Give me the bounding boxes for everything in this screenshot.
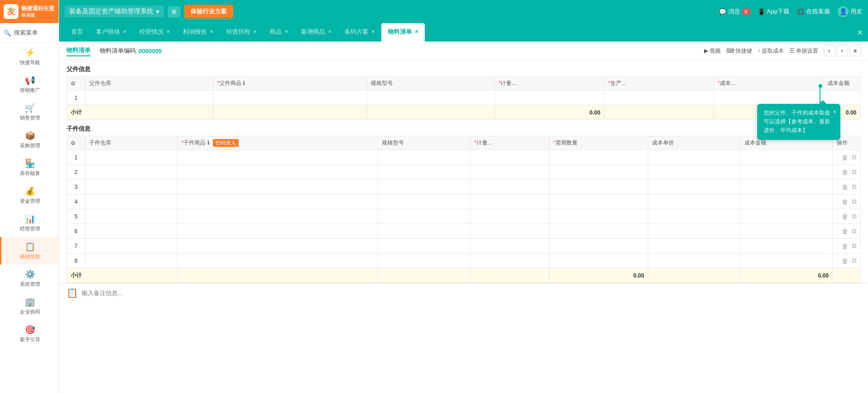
delete-icon[interactable]: 🗑	[842, 213, 848, 220]
child-spec-cell[interactable]	[378, 239, 470, 254]
copy-icon[interactable]: ⧉	[852, 168, 856, 176]
sidebar-item-purchase[interactable]: 📦采购管理	[0, 126, 59, 154]
child-unit-cell[interactable]	[470, 209, 549, 224]
child-unit-cost-cell[interactable]	[648, 209, 741, 224]
child-unit-cost-cell[interactable]	[648, 194, 741, 209]
tab-new-goods[interactable]: 新增商品 ✕	[295, 23, 338, 42]
tab-bom[interactable]: 物料清单 ✕	[381, 23, 425, 42]
child-spec-cell[interactable]	[378, 180, 470, 194]
child-goods-cell[interactable]	[177, 254, 378, 268]
copy-icon[interactable]: ⧉	[852, 212, 856, 220]
child-goods-cell[interactable]	[177, 209, 378, 224]
online-service-button[interactable]: 🎧 在线客服	[797, 7, 830, 16]
shortcut-button[interactable]: ⌨ 快捷键	[726, 47, 752, 55]
child-qty-cell[interactable]	[549, 165, 648, 180]
child-unit-cost-cell[interactable]	[648, 165, 741, 180]
delete-icon[interactable]: 🗑	[842, 154, 848, 161]
tab-customer[interactable]: 客户联络 ✕	[90, 23, 133, 42]
delete-icon[interactable]: 🗑	[842, 228, 848, 235]
sub-tab-bom[interactable]: 物料清单	[66, 45, 90, 56]
delete-icon[interactable]: 🗑	[842, 169, 848, 176]
extract-cost-button[interactable]: ↑ 提取成本	[758, 47, 784, 55]
delete-icon[interactable]: 🗑	[842, 242, 848, 250]
scan-badge[interactable]: 扫码录入	[213, 139, 239, 147]
prev-page-button[interactable]: ‹	[824, 45, 835, 56]
tab-barcode[interactable]: 条码方案 ✕	[338, 23, 381, 42]
th-settings[interactable]: ⚙	[67, 77, 85, 91]
child-qty-cell[interactable]	[549, 224, 648, 239]
child-goods-cell[interactable]	[177, 150, 378, 165]
search-menu-button[interactable]: 🔍 搜索菜单	[4, 27, 55, 39]
user-menu-button[interactable]: 👤 用友	[838, 6, 862, 17]
list-view-button[interactable]: ≡	[850, 45, 861, 56]
child-warehouse-cell[interactable]	[85, 239, 178, 254]
delete-icon[interactable]: 🗑	[842, 183, 848, 191]
experience-button[interactable]: 体验行业方案	[184, 5, 233, 18]
message-button[interactable]: 💬 消息 6	[719, 7, 750, 16]
tooltip-close-button[interactable]: ×	[833, 107, 837, 117]
child-qty-cell[interactable]	[549, 239, 648, 254]
sidebar-item-inventory[interactable]: 🏪库存核算	[0, 154, 59, 181]
child-warehouse-cell[interactable]	[85, 254, 178, 268]
sidebar-item-sales[interactable]: 🛒销售管理	[0, 98, 59, 126]
child-unit-cell[interactable]	[470, 150, 549, 165]
child-qty-cell[interactable]	[549, 254, 648, 268]
child-warehouse-cell[interactable]	[85, 224, 178, 239]
child-unit-cell[interactable]	[470, 180, 549, 194]
child-unit-cell[interactable]	[470, 194, 549, 209]
child-spec-cell[interactable]	[378, 165, 470, 180]
child-unit-cost-cell[interactable]	[648, 180, 741, 194]
child-unit-cell[interactable]	[470, 224, 549, 239]
child-unit-cell[interactable]	[470, 239, 549, 254]
sidebar-item-operations[interactable]: 📊经营管理	[0, 209, 59, 237]
tab-home[interactable]: 首页	[65, 23, 90, 42]
child-qty-cell[interactable]	[549, 180, 648, 194]
child-warehouse-cell[interactable]	[85, 194, 178, 209]
parent-cost-cell[interactable]	[714, 91, 823, 105]
delete-icon[interactable]: 🗑	[842, 198, 848, 206]
dropdown-arrow-icon[interactable]: ▾	[156, 8, 159, 15]
video-button[interactable]: ▶ 视频	[704, 47, 721, 55]
child-spec-cell[interactable]	[378, 224, 470, 239]
child-warehouse-cell[interactable]	[85, 209, 178, 224]
sidebar-item-basicinfo[interactable]: 📋基础信息	[0, 237, 59, 265]
copy-icon[interactable]: ⧉	[852, 257, 856, 265]
close-all-tabs-button[interactable]: ✕	[851, 23, 868, 42]
sidebar-item-system[interactable]: ⚙️系统管理	[0, 265, 59, 292]
tab-operations[interactable]: 经营情况 ✕	[133, 23, 176, 42]
app-download-button[interactable]: 📱 App下载	[758, 7, 790, 16]
sidebar-item-enterprise[interactable]: 🏢企业协同	[0, 292, 59, 320]
child-qty-cell[interactable]	[549, 209, 648, 224]
copy-icon[interactable]: ⧉	[852, 153, 856, 161]
child-unit-cell[interactable]	[470, 165, 549, 180]
child-warehouse-cell[interactable]	[85, 165, 178, 180]
th-child-settings[interactable]: ⚙	[67, 136, 85, 150]
delete-icon[interactable]: 🗑	[842, 257, 848, 265]
child-goods-cell[interactable]	[177, 165, 378, 180]
tab-history[interactable]: 经营历程 ✕	[220, 23, 263, 42]
child-spec-cell[interactable]	[378, 150, 470, 165]
copy-icon[interactable]: ⧉	[852, 183, 856, 191]
copy-icon[interactable]: ⧉	[852, 227, 856, 235]
child-spec-cell[interactable]	[378, 254, 470, 268]
note-input[interactable]	[82, 290, 861, 296]
single-setting-button[interactable]: ☰ 单据设置	[790, 47, 818, 55]
next-page-button[interactable]: ›	[837, 45, 848, 56]
copy-icon[interactable]: ⧉	[852, 242, 856, 250]
child-warehouse-cell[interactable]	[85, 180, 178, 194]
child-unit-cost-cell[interactable]	[648, 224, 741, 239]
child-unit-cost-cell[interactable]	[648, 150, 741, 165]
tab-goods[interactable]: 商品 ✕	[263, 23, 295, 42]
child-unit-cost-cell[interactable]	[648, 239, 741, 254]
parent-unit-cell[interactable]	[494, 91, 604, 105]
sidebar-item-finance[interactable]: 💰资金管理	[0, 181, 59, 209]
child-qty-cell[interactable]	[549, 150, 648, 165]
sidebar-item-guide[interactable]: 🎯新手引导	[0, 320, 59, 348]
tab-profit[interactable]: 利润报告 ✕	[176, 23, 220, 42]
settings-button[interactable]: ⚙	[168, 6, 181, 18]
child-goods-cell[interactable]	[177, 180, 378, 194]
parent-produce-cell[interactable]	[604, 91, 714, 105]
copy-icon[interactable]: ⧉	[852, 198, 856, 206]
sidebar-item-marketing[interactable]: 📢营销推广	[0, 71, 59, 98]
child-warehouse-cell[interactable]	[85, 150, 178, 165]
